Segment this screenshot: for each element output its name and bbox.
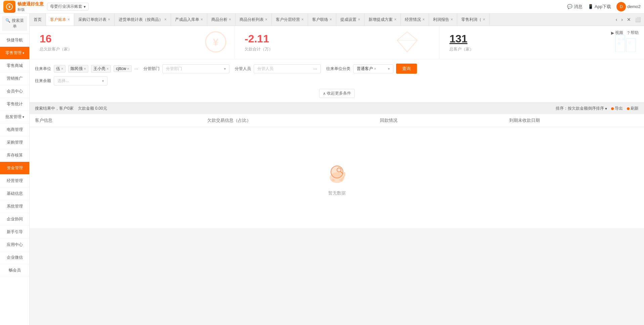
- tab-close-all-button[interactable]: ✕: [626, 16, 632, 23]
- avatar: D: [616, 2, 626, 11]
- search-menu-button[interactable]: 🔍 搜索菜单: [2, 16, 27, 31]
- sidebar-item-ecommerce[interactable]: 电商管理: [0, 123, 29, 136]
- remove-tag-cjttcw[interactable]: ×: [127, 67, 129, 71]
- remove-tag-wu[interactable]: ×: [61, 67, 63, 71]
- results-bar: 搜索结果中，客户0家 欠款金额 0.00元 排序：按欠款金额倒序排序 ▾ 导出: [30, 103, 644, 114]
- mobile-icon: 📱: [588, 4, 593, 9]
- table-container: 客户信息 欠款交易信息（占比） 回款情况 到期未收款日期: [30, 114, 644, 228]
- close-tab-icon[interactable]: ×: [394, 17, 396, 22]
- svg-marker-4: [397, 32, 417, 52]
- message-button[interactable]: 💬 消息: [567, 4, 583, 10]
- sidebar-item-enterprise-weixin[interactable]: 企业微信: [0, 251, 29, 264]
- tab-bar: 首页 客户账本 × 采购订单统计表 × 进货单统计表（按商品） × 产成品入库单…: [30, 13, 644, 26]
- sidebar-item-quick-nav[interactable]: 快捷导航: [0, 34, 29, 47]
- chevron-down-icon: ▾: [102, 79, 104, 83]
- more-tags-button[interactable]: ···: [134, 66, 138, 71]
- sidebar-item-retail-mgmt[interactable]: 零售管理 ▾: [0, 47, 29, 60]
- close-tab-icon[interactable]: ×: [358, 17, 360, 22]
- tab-customer-contact[interactable]: 客户联络 ×: [308, 13, 336, 26]
- sidebar-item-purchase[interactable]: 采购管理: [0, 136, 29, 149]
- collapse-up-icon: ∧: [323, 91, 326, 96]
- tab-customer-capital[interactable]: 客户账本 ×: [46, 13, 74, 26]
- help-link[interactable]: ? 帮助: [627, 30, 639, 36]
- sidebar-item-retail-stats[interactable]: 零售统计: [0, 98, 29, 111]
- sidebar-item-wholesale-mgmt[interactable]: 批发管理 ▾: [0, 111, 29, 123]
- sidebar-item-enterprise-coop[interactable]: 企业协同: [0, 213, 29, 226]
- stat-total-debt: -2.11 欠款合计（万）: [234, 26, 439, 59]
- sidebar-item-operation[interactable]: 经营管理: [0, 175, 29, 187]
- close-tab-icon[interactable]: ×: [330, 17, 332, 22]
- remove-tag-chen[interactable]: ×: [84, 67, 86, 71]
- page-content: ▶ 视频 ? 帮助 ¥ 16 总欠款客户（家）: [30, 26, 644, 325]
- refresh-button[interactable]: 刷新: [627, 106, 639, 111]
- collapse-button[interactable]: ∧ 收起更多条件: [319, 89, 355, 98]
- col-header-due-date: 到期未收款日期: [509, 117, 639, 123]
- tab-next-button[interactable]: ›: [620, 16, 624, 23]
- chevron-down-icon: ▾: [224, 67, 226, 71]
- close-tab-icon[interactable]: ×: [265, 17, 267, 22]
- chevron-down-icon: ▾: [84, 4, 86, 9]
- tab-maximize-button[interactable]: ⬜: [634, 16, 642, 23]
- export-button[interactable]: 导出: [611, 106, 623, 111]
- close-tab-icon[interactable]: ×: [108, 17, 110, 22]
- tab-prev-button[interactable]: ‹: [614, 16, 619, 23]
- close-tab-icon[interactable]: ×: [301, 17, 304, 22]
- unit-type-tag: 普通客户 ×: [357, 66, 376, 72]
- close-tab-icon[interactable]: ×: [229, 17, 231, 22]
- sidebar-item-capital-mgmt[interactable]: 资金管理: [0, 162, 29, 175]
- close-tab-icon[interactable]: ×: [68, 17, 70, 22]
- tab-stock-stats[interactable]: 进货单统计表（按商品） ×: [115, 13, 171, 26]
- tab-home[interactable]: 首页: [30, 13, 46, 26]
- close-tab-icon[interactable]: ×: [483, 17, 485, 22]
- close-tab-icon[interactable]: ×: [422, 17, 425, 22]
- sidebar-item-retail-mall[interactable]: 零售商城: [0, 60, 29, 72]
- sidebar-item-vip-member[interactable]: 畅会员: [0, 264, 29, 277]
- content-area: 首页 客户账本 × 采购订单统计表 × 进货单统计表（按商品） × 产成品入库单…: [30, 13, 644, 325]
- col-header-debt-info: 欠款交易信息（占比）: [207, 117, 380, 123]
- close-tab-icon[interactable]: ×: [164, 17, 167, 22]
- user-menu[interactable]: D demo2: [616, 2, 641, 11]
- tab-product-inbound[interactable]: 产成品入库单 ×: [171, 13, 207, 26]
- collapse-area: ∧ 收起更多条件: [35, 89, 639, 98]
- results-actions: 排序：按欠款金额倒序排序 ▾ 导出 刷新: [556, 106, 639, 111]
- top-bar: ¥ 畅捷通好生意 标版 母婴行业演示账套 ▾ 💬 消息 📱 App下载 D de…: [0, 0, 644, 13]
- tab-profit-report[interactable]: 利润报告 ×: [429, 13, 457, 26]
- svg-text:¥: ¥: [8, 5, 11, 9]
- query-button[interactable]: 查询: [396, 64, 417, 74]
- close-tab-icon[interactable]: ×: [201, 17, 203, 22]
- close-tab-icon[interactable]: ×: [450, 17, 453, 22]
- tab-retail-profit[interactable]: 零售利润（ ×: [457, 13, 489, 26]
- sidebar-item-new-guide[interactable]: 新手引导: [0, 226, 29, 239]
- sort-selector[interactable]: 排序：按欠款金额倒序排序 ▾: [556, 106, 607, 111]
- remove-tag-wang[interactable]: ×: [106, 67, 109, 71]
- top-bar-right: 💬 消息 📱 App下载 D demo2: [567, 2, 641, 11]
- chevron-down-icon: ▾: [23, 115, 24, 119]
- svg-rect-9: [622, 38, 625, 41]
- remove-unit-type-tag[interactable]: ×: [374, 67, 376, 71]
- balance-selector[interactable]: 选择... ▾: [54, 76, 108, 85]
- help-icon: ?: [627, 31, 630, 35]
- sidebar-item-system[interactable]: 系统管理: [0, 200, 29, 213]
- sidebar-item-basic-info[interactable]: 基础信息: [0, 187, 29, 200]
- app-download-button[interactable]: 📱 App下载: [588, 4, 611, 10]
- tab-new-proposal[interactable]: 新增提成方案 ×: [364, 13, 401, 26]
- tab-product-analysis[interactable]: 商品分析 ×: [207, 13, 235, 26]
- sidebar-item-member-center[interactable]: 会员中心: [0, 85, 29, 98]
- unit-type-selector[interactable]: 普通客户 × ▾: [353, 64, 393, 73]
- sidebar-item-inventory[interactable]: 库存核算: [0, 149, 29, 162]
- sidebar-item-marketing[interactable]: 营销推广: [0, 72, 29, 85]
- chevron-down-icon: ▾: [605, 106, 607, 111]
- dept-selector[interactable]: 分管部门 ▾: [162, 64, 229, 73]
- sidebar-item-app-center[interactable]: 应用中心: [0, 239, 29, 251]
- table-header: 客户信息 欠款交易信息（占比） 回款情况 到期未收款日期: [30, 114, 644, 127]
- dots-icon: ···: [313, 66, 317, 71]
- tenant-selector[interactable]: 母婴行业演示账套 ▾: [47, 3, 89, 10]
- person-selector[interactable]: 分管人员 ···: [254, 64, 321, 73]
- video-link[interactable]: ▶ 视频: [611, 30, 623, 36]
- filter-row-2: 往来余额 选择... ▾: [35, 76, 639, 85]
- tab-product-analysis-list[interactable]: 商品分析列表 ×: [235, 13, 272, 26]
- tab-purchase-order-stats[interactable]: 采购订单统计表 ×: [74, 13, 115, 26]
- tab-operation-status[interactable]: 经营情况 ×: [401, 13, 429, 26]
- tab-customer-segment[interactable]: 客户分层经营 ×: [272, 13, 308, 26]
- tab-proposal-settings[interactable]: 提成设置 ×: [336, 13, 364, 26]
